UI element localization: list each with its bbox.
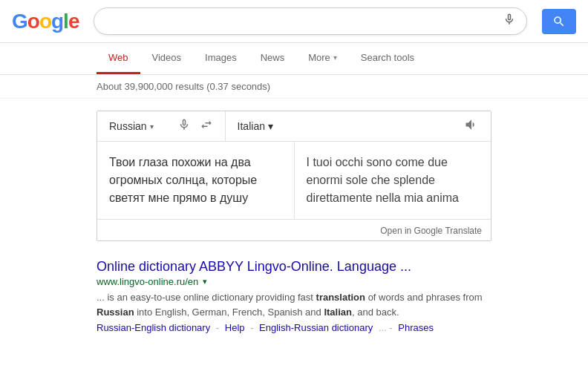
nav-tabs: Web Videos Images News More ▾ Search too…: [0, 43, 588, 75]
tab-search-tools[interactable]: Search tools: [349, 43, 426, 74]
result-url-row-1: www.lingvo-online.ru/en ▾: [97, 276, 491, 287]
search-input[interactable]: translate russian to italian: [105, 15, 497, 28]
tab-web[interactable]: Web: [97, 43, 140, 74]
source-lang-arrow-icon: ▾: [150, 122, 154, 131]
microphone-icon[interactable]: [503, 13, 516, 30]
translation-source-text: Твои глаза похожи на два огромных солнца…: [97, 142, 295, 219]
target-lang-arrow-icon: ▾: [268, 120, 273, 132]
search-bar: translate russian to italian: [94, 7, 527, 35]
swap-languages-icon[interactable]: [200, 118, 213, 134]
source-lang-label: Russian: [109, 120, 147, 132]
translation-body: Твои глаза похожи на два огромных солнца…: [97, 142, 491, 219]
tab-news[interactable]: News: [249, 43, 297, 74]
tab-images[interactable]: Images: [193, 43, 249, 74]
logo-o1: o: [27, 10, 39, 33]
link-separator-2: -: [250, 322, 256, 333]
translation-right-header: Italian ▾: [226, 113, 491, 140]
translation-controls: [166, 118, 225, 134]
translation-footer: Open in Google Translate: [97, 219, 491, 240]
results-info: About 39,900,000 results (0.37 seconds): [0, 75, 588, 99]
open-in-translate-link[interactable]: Open in Google Translate: [380, 226, 482, 236]
more-chevron-icon: ▾: [333, 53, 337, 62]
tab-videos[interactable]: Videos: [140, 43, 194, 74]
link-separator-3: ... -: [379, 322, 395, 333]
target-language-selector[interactable]: Italian ▾: [226, 113, 285, 140]
result-url-dropdown-icon[interactable]: ▾: [203, 277, 207, 286]
translation-header: Russian ▾ Italian ▾: [97, 111, 491, 142]
result-item-1: Online dictionary ABBYY Lingvo-Online. L…: [97, 259, 491, 333]
translation-box: Russian ▾ Italian ▾ Твои глаза похожи на…: [97, 111, 491, 241]
logo-l: l: [63, 10, 68, 33]
result-link-1[interactable]: Online dictionary ABBYY Lingvo-Online. L…: [97, 259, 411, 274]
result-sublink-phrases[interactable]: Phrases: [398, 322, 434, 333]
tab-more[interactable]: More ▾: [296, 43, 349, 74]
result-links-1: Russian-English dictionary - Help - Engl…: [97, 322, 491, 333]
logo-e: e: [68, 10, 79, 33]
translation-audio-icon[interactable]: [452, 117, 491, 135]
logo-g2: g: [51, 10, 63, 33]
link-separator-1: -: [216, 322, 222, 333]
header: Google translate russian to italian: [0, 0, 588, 43]
logo-o2: o: [39, 10, 51, 33]
result-title-1: Online dictionary ABBYY Lingvo-Online. L…: [97, 259, 491, 275]
target-lang-label: Italian: [238, 120, 265, 132]
source-language-selector[interactable]: Russian ▾: [97, 113, 166, 140]
search-button[interactable]: [542, 9, 576, 34]
translation-target-text: I tuoi occhi sono come due enormi sole c…: [295, 142, 491, 219]
result-sublink-russian-english[interactable]: Russian-English dictionary: [97, 322, 210, 333]
microphone-source-icon[interactable]: [177, 118, 191, 134]
google-logo[interactable]: Google: [12, 10, 79, 33]
result-url-1: www.lingvo-online.ru/en: [97, 276, 198, 287]
logo-g: G: [12, 10, 27, 33]
result-snippet-1: ... is an easy-to-use online dictionary …: [97, 290, 491, 319]
search-results: Online dictionary ABBYY Lingvo-Online. L…: [0, 253, 588, 339]
results-count: About 39,900,000 results (0.37 seconds): [97, 81, 270, 92]
result-sublink-help[interactable]: Help: [225, 322, 245, 333]
result-sublink-english-russian[interactable]: English-Russian dictionary: [259, 322, 373, 333]
